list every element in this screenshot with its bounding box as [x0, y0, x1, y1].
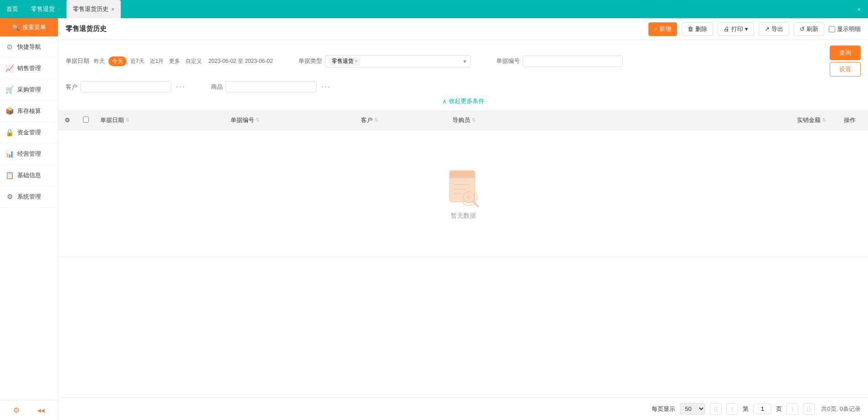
th-date[interactable]: 单据日期 ⇅: [95, 111, 225, 129]
sales-icon: 📈: [5, 64, 14, 72]
prev-page-btn[interactable]: ⟨: [726, 403, 738, 415]
tab-retail-return-history[interactable]: 零售退货历史 ×: [67, 0, 120, 18]
number-sort-icon: ⇅: [256, 117, 260, 123]
empty-state-cell: 暂无数据: [58, 129, 868, 256]
date-btn-today[interactable]: 今天: [108, 56, 127, 66]
sidebar: 🔍 搜索菜单 ⊙ 快捷导航 📈 销售管理 🛒 采购管理 📦 库存核算 🔒: [0, 18, 58, 420]
th-guide[interactable]: 导购员 ⇅: [447, 111, 558, 129]
sidebar-item-sales-mgmt[interactable]: 📈 销售管理: [0, 58, 58, 79]
tab-retail-return[interactable]: 零售退货 ×: [25, 0, 67, 18]
customer-filter: 客户 ···: [66, 81, 185, 92]
date-range: 2023-06-02 至 2023-06-02: [208, 57, 272, 65]
window-close-button[interactable]: ×: [857, 6, 868, 13]
type-tag-close[interactable]: ×: [355, 58, 358, 64]
sidebar-item-system[interactable]: ⚙ 系统管理: [0, 186, 58, 208]
date-btn-7days[interactable]: 近7天: [128, 56, 146, 66]
sidebar-item-quick-nav[interactable]: ⊙ 快捷导航: [0, 36, 58, 58]
pagination-info: 共0页, 0条记录: [821, 405, 861, 413]
filter-area: 单据日期 昨天 今天 近7天 近1月 更多 自定义 2023-06-02 至 2…: [58, 40, 868, 111]
sidebar-search[interactable]: 🔍 搜索菜单: [0, 18, 58, 36]
date-btn-1month[interactable]: 近1月: [148, 56, 166, 66]
customer-sort-icon: ⇅: [374, 117, 378, 123]
sidebar-bottom: ⚙ ◂◂: [0, 400, 58, 420]
sidebar-item-inventory[interactable]: 📦 库存核算: [0, 101, 58, 122]
collapse-btn[interactable]: ∧ 收起更多条件: [442, 97, 484, 105]
export-icon: ↗: [765, 26, 770, 32]
select-all-checkbox[interactable]: [83, 117, 89, 123]
finance-icon: 🔒: [5, 128, 14, 137]
export-button[interactable]: ↗ 导出: [759, 22, 789, 36]
date-options: 昨天 今天 近7天 近1月 更多 自定义: [92, 56, 204, 66]
number-input[interactable]: [523, 56, 623, 67]
refresh-button[interactable]: ↺ 刷新: [794, 22, 824, 36]
header-actions: + 新增 🗑 删除 🖨 打印 ▾ ↗ 导出 ↺ 刷新: [648, 22, 861, 36]
tab-home[interactable]: 首页: [0, 0, 25, 18]
setting-button[interactable]: 设置: [830, 62, 861, 77]
th-settings[interactable]: ⚙: [58, 111, 77, 129]
customer-input[interactable]: [80, 81, 171, 92]
query-button[interactable]: 查询: [830, 46, 861, 60]
sidebar-item-business[interactable]: 📊 经营管理: [0, 143, 58, 165]
sidebar-nav: ⊙ 快捷导航 📈 销售管理 🛒 采购管理 📦 库存核算 🔒 资金管理 📊: [0, 36, 58, 400]
tab-retail-return-close[interactable]: ×: [57, 6, 60, 12]
show-detail-checkbox[interactable]: [829, 26, 835, 32]
empty-state: 暂无数据: [58, 130, 868, 256]
basic-info-icon: 📋: [5, 171, 14, 179]
content-area: 零售退货历史 + 新增 🗑 删除 🖨 打印 ▾ ↗ 导出 ↺: [58, 18, 868, 420]
customer-dots[interactable]: ···: [176, 82, 185, 92]
type-filter: 单据类型 零售退货 × ▾: [298, 55, 471, 67]
quick-nav-icon: ⊙: [5, 43, 14, 51]
th-checkbox[interactable]: [77, 111, 95, 129]
page-number-input[interactable]: [753, 404, 771, 414]
main-layout: 🔍 搜索菜单 ⊙ 快捷导航 📈 销售管理 🛒 采购管理 📦 库存核算 🔒: [0, 18, 868, 420]
filter-row-1: 单据日期 昨天 今天 近7天 近1月 更多 自定义 2023-06-02 至 2…: [66, 46, 861, 77]
date-btn-more[interactable]: 更多: [167, 56, 182, 66]
date-btn-yesterday[interactable]: 昨天: [92, 56, 107, 66]
th-amount[interactable]: 实销金额 ⇅: [558, 111, 832, 129]
pagination: 每页显示 50 10 20 100 ⟨⟨ ⟨ 第 页 ⟩ ⟩⟩ 共0页, 0条记…: [58, 397, 868, 420]
filter-row-2: 客户 ··· 商品 ···: [66, 81, 861, 92]
search-icon: 🔍: [12, 24, 20, 31]
date-btn-custom[interactable]: 自定义: [184, 56, 204, 66]
sidebar-item-purchase-mgmt[interactable]: 🛒 采购管理: [0, 79, 58, 101]
type-select[interactable]: 零售退货 × ▾: [325, 55, 471, 67]
guide-sort-icon: ⇅: [472, 117, 476, 123]
tab-retail-return-history-close[interactable]: ×: [111, 6, 114, 12]
date-sort-icon: ⇅: [125, 117, 129, 123]
table-area: ⚙ 单据日期 ⇅ 单据编号 ⇅: [58, 111, 868, 397]
empty-state-icon: [441, 166, 486, 212]
top-bar: 首页 零售退货 × 零售退货历史 × ×: [0, 0, 868, 18]
date-label: 单据日期: [66, 57, 89, 65]
print-dropdown-icon: ▾: [745, 26, 748, 32]
page-size-select[interactable]: 50 10 20 100: [680, 403, 705, 415]
goods-input[interactable]: [226, 81, 317, 92]
goods-label: 商品: [211, 83, 223, 91]
add-button[interactable]: + 新增: [648, 22, 677, 36]
business-icon: 📊: [5, 150, 14, 158]
sidebar-item-basic-info[interactable]: 📋 基础信息: [0, 165, 58, 186]
th-customer[interactable]: 客户 ⇅: [355, 111, 447, 129]
sidebar-item-finance[interactable]: 🔒 资金管理: [0, 122, 58, 143]
page-size-label: 每页显示: [652, 405, 675, 413]
type-tag: 零售退货 ×: [329, 57, 360, 66]
th-number[interactable]: 单据编号 ⇅: [225, 111, 355, 129]
th-actions: 操作: [832, 111, 868, 129]
delete-button[interactable]: 🗑 删除: [682, 22, 713, 36]
inventory-icon: 📦: [5, 107, 14, 115]
refresh-icon: ↺: [800, 26, 805, 32]
empty-text: 暂无数据: [451, 212, 476, 220]
page-title: 零售退货历史: [66, 25, 648, 33]
next-page-btn[interactable]: ⟩: [786, 403, 798, 415]
volume-bottom-icon[interactable]: ◂◂: [37, 406, 45, 415]
number-label: 单据编号: [496, 57, 520, 65]
customer-label: 客户: [66, 83, 77, 91]
page-label: 页: [776, 405, 782, 413]
page-header: 零售退货历史 + 新增 🗑 删除 🖨 打印 ▾ ↗ 导出 ↺: [58, 18, 868, 40]
goods-dots[interactable]: ···: [321, 82, 331, 92]
date-filter: 单据日期 昨天 今天 近7天 近1月 更多 自定义 2023-06-02 至 2…: [66, 56, 273, 66]
print-icon: 🖨: [724, 26, 729, 32]
last-page-btn[interactable]: ⟩⟩: [803, 403, 815, 415]
first-page-btn[interactable]: ⟨⟨: [710, 403, 722, 415]
print-button[interactable]: 🖨 打印 ▾: [718, 22, 754, 36]
settings-bottom-icon[interactable]: ⚙: [13, 406, 20, 415]
